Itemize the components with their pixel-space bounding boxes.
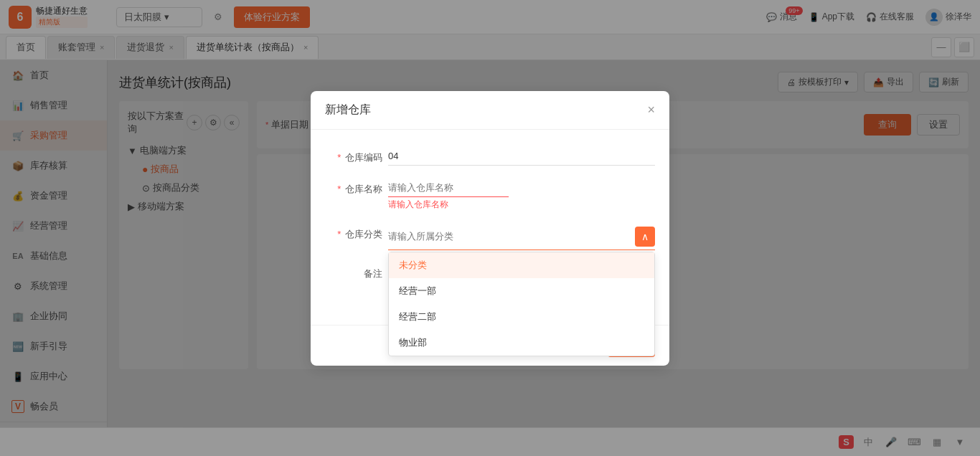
modal-close-button[interactable]: × <box>647 103 655 116</box>
category-required-mark: * <box>337 229 341 239</box>
code-input[interactable] <box>388 147 655 166</box>
dropdown-item-uncategorized[interactable]: 未分类 <box>389 252 654 278</box>
modal-header: 新增仓库 × <box>311 91 669 130</box>
form-row-code: * 仓库编码 <box>325 147 655 166</box>
modal-body: * 仓库编码 * 仓库名称 请输入仓库名称 <box>311 130 669 325</box>
category-input[interactable] <box>388 231 635 242</box>
name-required-mark: * <box>337 184 341 194</box>
modal-overlay[interactable]: 新增仓库 × * 仓库编码 * 仓库名称 <box>0 0 980 456</box>
category-toggle-button[interactable]: ∧ <box>635 227 655 247</box>
name-error-message: 请输入仓库名称 <box>388 199 509 211</box>
name-input[interactable] <box>388 179 509 197</box>
modal-new-warehouse: 新增仓库 × * 仓库编码 * 仓库名称 <box>311 91 669 366</box>
name-label: * 仓库名称 <box>325 179 382 196</box>
dropdown-item-dept3[interactable]: 物业部 <box>389 330 654 356</box>
form-row-name: * 仓库名称 请输入仓库名称 <box>325 179 655 211</box>
code-label: * 仓库编码 <box>325 147 382 164</box>
category-select-wrap: ∧ 未分类 经营一部 经营二部 物业部 <box>388 224 655 250</box>
category-dropdown: 未分类 经营一部 经营二部 物业部 <box>388 252 655 356</box>
form-row-category: * 仓库分类 ∧ 未分类 经营一部 经营二部 物业部 <box>325 224 655 250</box>
dropdown-item-dept2[interactable]: 经营二部 <box>389 304 654 330</box>
note-label: 备注 <box>325 263 382 280</box>
modal-title: 新增仓库 <box>325 103 371 118</box>
dropdown-item-dept1[interactable]: 经营一部 <box>389 278 654 304</box>
category-input-row: ∧ <box>388 224 655 250</box>
code-required-mark: * <box>337 152 341 163</box>
category-label: * 仓库分类 <box>325 224 382 241</box>
